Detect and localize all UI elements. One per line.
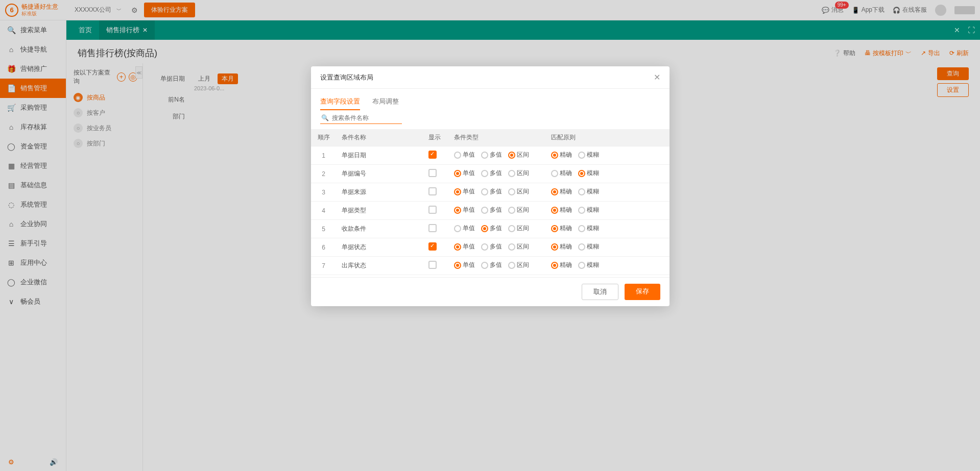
type-single-radio[interactable]: 单值 — [454, 242, 475, 251]
show-checkbox[interactable] — [428, 242, 437, 251]
show-checkbox[interactable] — [428, 261, 437, 269]
show-checkbox[interactable] — [428, 224, 437, 232]
cell-name: 单据日期 — [337, 146, 423, 165]
match-exact-radio[interactable]: 精确 — [551, 224, 572, 233]
cell-seq: 1 — [311, 146, 337, 165]
col-match: 匹配原则 — [546, 129, 670, 146]
type-multi-radio[interactable]: 多值 — [481, 169, 502, 178]
cell-name: 单据状态 — [337, 238, 423, 257]
save-button[interactable]: 保存 — [625, 284, 660, 300]
table-row: 1 单据日期 单值多值区间 精确模糊 — [311, 146, 670, 165]
match-exact-radio[interactable]: 精确 — [551, 242, 572, 251]
cell-name: 单据来源 — [337, 183, 423, 202]
type-range-radio[interactable]: 区间 — [508, 242, 529, 251]
show-checkbox[interactable] — [428, 151, 437, 159]
match-exact-radio[interactable]: 精确 — [551, 187, 572, 196]
cell-name: 收款条件 — [337, 220, 423, 238]
table-row: 2 单据编号 单值多值区间 精确模糊 — [311, 165, 670, 183]
type-single-radio[interactable]: 单值 — [454, 187, 475, 196]
search-input[interactable] — [332, 114, 409, 121]
modal-overlay: 设置查询区域布局 ✕ 查询字段设置 布局调整 🔍 顺序 条件名称 显示 条件类型 — [0, 0, 980, 471]
type-range-radio[interactable]: 区间 — [508, 151, 529, 159]
match-exact-radio[interactable]: 精确 — [551, 151, 572, 159]
condition-search-field[interactable]: 🔍 — [320, 112, 402, 124]
cell-seq: 3 — [311, 183, 337, 202]
match-exact-radio[interactable]: 精确 — [551, 169, 572, 178]
show-checkbox[interactable] — [428, 169, 437, 177]
match-exact-radio[interactable]: 精确 — [551, 261, 572, 269]
tab-field-settings[interactable]: 查询字段设置 — [320, 94, 360, 110]
type-multi-radio[interactable]: 多值 — [481, 242, 502, 251]
type-multi-radio[interactable]: 多值 — [481, 151, 502, 159]
table-row: 3 单据来源 单值多值区间 精确模糊 — [311, 183, 670, 202]
type-multi-radio[interactable]: 多值 — [481, 187, 502, 196]
match-fuzzy-radio[interactable]: 模糊 — [578, 261, 599, 269]
cell-seq: 6 — [311, 238, 337, 257]
conditions-table[interactable]: 顺序 条件名称 显示 条件类型 匹配原则 1 单据日期 单值多值区间 精确模糊 … — [311, 129, 670, 277]
table-row: 5 收款条件 单值多值区间 精确模糊 — [311, 220, 670, 238]
cell-seq: 5 — [311, 220, 337, 238]
show-checkbox[interactable] — [428, 206, 437, 214]
cell-name: 单据类型 — [337, 202, 423, 220]
match-exact-radio[interactable]: 精确 — [551, 206, 572, 214]
modal-close-icon[interactable]: ✕ — [654, 72, 660, 82]
match-fuzzy-radio[interactable]: 模糊 — [578, 169, 599, 178]
match-fuzzy-radio[interactable]: 模糊 — [578, 224, 599, 233]
type-range-radio[interactable]: 区间 — [508, 261, 529, 269]
cell-seq: 7 — [311, 257, 337, 275]
match-fuzzy-radio[interactable]: 模糊 — [578, 187, 599, 196]
table-row: 7 出库状态 单值多值区间 精确模糊 — [311, 257, 670, 275]
type-single-radio[interactable]: 单值 — [454, 206, 475, 214]
match-fuzzy-radio[interactable]: 模糊 — [578, 151, 599, 159]
type-single-radio[interactable]: 单值 — [454, 151, 475, 159]
search-icon: 🔍 — [321, 114, 329, 121]
match-fuzzy-radio[interactable]: 模糊 — [578, 242, 599, 251]
table-row: 4 单据类型 单值多值区间 精确模糊 — [311, 202, 670, 220]
cell-seq: 4 — [311, 202, 337, 220]
type-multi-radio[interactable]: 多值 — [481, 261, 502, 269]
type-range-radio[interactable]: 区间 — [508, 206, 529, 214]
cell-name: 出库状态 — [337, 257, 423, 275]
tab-layout-adjust[interactable]: 布局调整 — [372, 94, 399, 110]
show-checkbox[interactable] — [428, 187, 437, 195]
query-layout-modal: 设置查询区域布局 ✕ 查询字段设置 布局调整 🔍 顺序 条件名称 显示 条件类型 — [311, 66, 670, 306]
col-seq: 顺序 — [311, 129, 337, 146]
type-range-radio[interactable]: 区间 — [508, 224, 529, 233]
match-fuzzy-radio[interactable]: 模糊 — [578, 206, 599, 214]
type-range-radio[interactable]: 区间 — [508, 187, 529, 196]
col-type: 条件类型 — [449, 129, 546, 146]
table-row: 6 单据状态 单值多值区间 精确模糊 — [311, 238, 670, 257]
type-range-radio[interactable]: 区间 — [508, 169, 529, 178]
type-multi-radio[interactable]: 多值 — [481, 224, 502, 233]
type-single-radio[interactable]: 单值 — [454, 261, 475, 269]
type-single-radio[interactable]: 单值 — [454, 169, 475, 178]
cell-seq: 2 — [311, 165, 337, 183]
cell-name: 单据编号 — [337, 165, 423, 183]
col-show: 显示 — [423, 129, 449, 146]
col-name: 条件名称 — [337, 129, 423, 146]
type-single-radio[interactable]: 单值 — [454, 224, 475, 233]
type-multi-radio[interactable]: 多值 — [481, 206, 502, 214]
modal-title: 设置查询区域布局 — [320, 73, 373, 82]
cancel-button[interactable]: 取消 — [582, 284, 618, 300]
